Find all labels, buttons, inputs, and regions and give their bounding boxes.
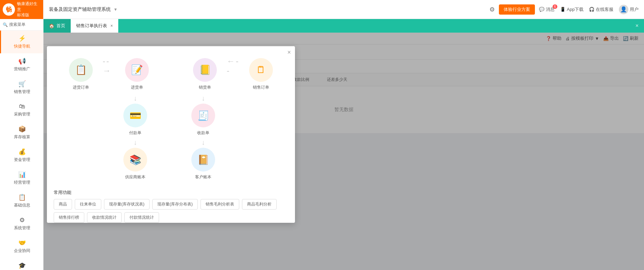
purchase-order-node: 📋 进货订单 [60,58,101,90]
message-icon: 💬 [539,7,544,12]
flow-row-1: 📋 进货订单 - - → 📝 [60,56,281,92]
system-title: 装备及固定资产辅助管理系统 ▼ [49,6,485,13]
headset-icon: 🎧 [589,7,594,12]
marketing-icon: 📢 [18,57,26,65]
collab-icon: 🤝 [18,239,26,247]
sidebar-item-purchase[interactable]: 🛍 采购管理 [0,99,43,121]
supplier-ledger-icon: 📚 [129,154,141,165]
supplier-ledger-circle: 📚 [123,148,147,172]
payment-bill-node: 💳 付款单 [115,104,156,136]
header-right: 💬 消息 6 📱 App下载 🎧 在线客服 👤 用户 [539,5,639,14]
sales-order-node: 🗒 销售订单 [241,58,281,90]
down-arrow-receipt: ↓ [183,139,224,146]
supplier-ledger-label: 供应商账本 [125,174,145,180]
tab-bar: 🏠 首页 销售订单执行表 × × [43,19,644,33]
common-functions-buttons-2: 销售排行榜 收款情况统计 付款情况统计 [54,212,288,223]
tab-sales-order[interactable]: 销售订单执行表 × [71,19,118,33]
common-functions: 常用功能 商品 往来单位 现存量(库存状况表) 现存量(库存分布表) 销售毛利分… [47,190,295,223]
system-icon: ⚙ [19,216,25,224]
app-download-button[interactable]: 📱 App下载 [560,6,584,13]
payment-bill-label: 付款单 [129,130,141,136]
user-menu[interactable]: 👤 用户 [619,5,639,14]
sales-order-circle: 🗒 [249,58,273,82]
purchase-bill-icon: 📝 [131,64,143,75]
cf-btn-sales-rank[interactable]: 销售排行榜 [54,212,84,223]
purchase-order-circle: 📋 [69,58,93,82]
sales-bill-node: 📒 销货单 [185,58,225,90]
sales-order-label: 销售订单 [253,85,269,90]
sidebar-item-guide[interactable]: 🎓 新手引导 [0,258,43,270]
down-arrows-row-2: ↓ ↓ [60,139,281,146]
purchase-bill-label: 进货单 [131,85,143,90]
down-arrow-sales: ↓ [183,94,224,102]
finance-icon: 💰 [18,148,26,156]
down-arrow-payment: ↓ [115,139,156,146]
sidebar-item-sales[interactable]: 🛒 销售管理 [0,76,43,99]
sales-icon: 🛒 [18,80,26,88]
arrow-2: ← - - [227,56,239,92]
sales-bill-icon: 📒 [199,64,211,75]
down-arrow-purchase: ↓ [115,94,156,102]
message-button[interactable]: 💬 消息 6 [539,6,555,13]
search-icon: 🔍 [3,22,8,27]
sidebar-item-operations[interactable]: 📊 经营管理 [0,167,43,190]
tab-close-button[interactable]: × [110,23,113,28]
sales-bill-circle: 📒 [193,58,217,82]
operations-icon: 📊 [18,171,26,178]
supplier-ledger-node: 📚 供应商账本 [115,148,156,180]
payment-bill-circle: 💳 [123,104,147,127]
sidebar-item-marketing[interactable]: 📢 营销推广 [0,53,43,76]
customer-ledger-label: 客户账本 [195,174,211,180]
sidebar-search[interactable]: 🔍 搜索菜单 [0,19,43,31]
system-dropdown-icon[interactable]: ▼ [114,7,118,12]
cf-btn-product[interactable]: 商品 [54,199,72,210]
flow-row-2: 💳 付款单 🧾 收款单 [60,104,281,136]
sidebar-logo: 畅 畅康通好生意 标准版 [0,0,43,19]
top-header: 装备及固定资产辅助管理系统 ▼ ⚙ 体验行业方案 💬 消息 6 📱 App下载 … [43,0,644,19]
tab-home[interactable]: 🏠 首页 [43,19,71,33]
common-functions-buttons: 商品 往来单位 现存量(库存状况表) 现存量(库存分布表) 销售毛利分析表 商品… [54,199,288,210]
receipt-bill-node: 🧾 收款单 [183,104,224,136]
cf-btn-stock-status[interactable]: 现存量(库存状况表) [104,199,150,210]
cf-btn-receipt-stats[interactable]: 收款情况统计 [87,212,122,223]
sales-order-icon: 🗒 [256,64,266,75]
receipt-bill-circle: 🧾 [191,104,215,127]
payment-bill-icon: 💳 [129,110,141,121]
online-service-button[interactable]: 🎧 在线客服 [589,6,613,13]
guide-icon: 🎓 [18,262,26,269]
close-all-tabs-button[interactable]: × [630,23,644,29]
sidebar-item-inventory[interactable]: 📦 库存核算 [0,121,43,144]
phone-icon: 📱 [560,7,565,12]
content-area: ❓ 帮助 🖨 按模板打印 ▼ 📤 导出 🔄 刷新 📅 [43,33,644,270]
inventory-icon: 📦 [18,125,26,133]
modal-close-button[interactable]: × [287,49,291,56]
cf-btn-stock-dist[interactable]: 现存量(库存分布表) [152,199,198,210]
sidebar-item-quick-nav[interactable]: ⚡ 快捷导航 [0,31,43,53]
sidebar-item-collab[interactable]: 🤝 企业协同 [0,235,43,258]
receipt-bill-icon: 🧾 [197,110,209,121]
quick-nav-icon: ⚡ [18,35,26,42]
sidebar-item-system[interactable]: ⚙ 系统管理 [0,212,43,235]
logo-text: 畅康通好生意 标准版 [17,1,40,18]
logo-icon: 畅 [3,3,15,16]
customer-ledger-icon: 📔 [197,154,209,165]
sales-bill-label: 销货单 [199,85,211,90]
sidebar-nav: ⚡ 快捷导航 📢 营销推广 🛒 销售管理 🛍 采购管理 📦 库存核算 💰 资金管… [0,31,43,270]
cf-btn-payment-stats[interactable]: 付款情况统计 [124,212,159,223]
purchase-bill-circle: 📝 [125,58,149,82]
flow-row-3: 📚 供应商账本 📔 客户账本 [60,148,281,180]
main-area: 装备及固定资产辅助管理系统 ▼ ⚙ 体验行业方案 💬 消息 6 📱 App下载 … [43,0,644,270]
cf-btn-sales-profit[interactable]: 销售毛利分析表 [201,199,239,210]
modal: × 📋 进货订单 - - → [47,46,295,223]
try-industry-button[interactable]: 体验行业方案 [499,4,535,15]
sidebar-item-basic-info[interactable]: 📋 基础信息 [0,190,43,212]
receipt-bill-label: 收款单 [197,130,209,136]
cf-btn-product-profit[interactable]: 商品毛利分析 [242,199,277,210]
sidebar-item-finance[interactable]: 💰 资金管理 [0,144,43,167]
arrow-1: - - → [103,56,115,92]
cf-btn-partner[interactable]: 往来单位 [75,199,101,210]
customer-ledger-node: 📔 客户账本 [183,148,224,180]
common-functions-title: 常用功能 [54,190,288,196]
settings-icon[interactable]: ⚙ [489,6,495,13]
modal-overlay[interactable]: × 📋 进货订单 - - → [43,33,644,270]
